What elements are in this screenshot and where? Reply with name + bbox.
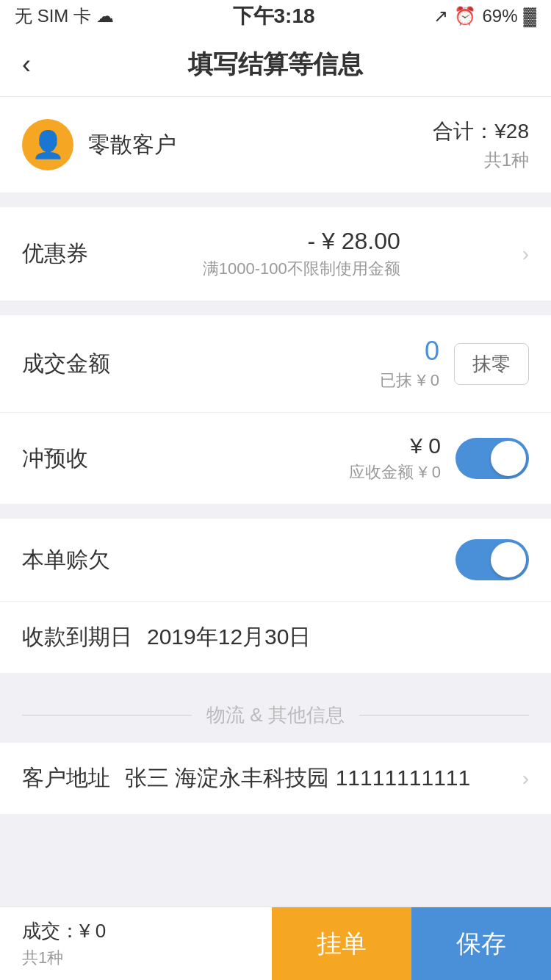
bottom-transaction-value: ¥ 0 bbox=[79, 920, 106, 942]
prepay-right: ¥ 0 应收金额 ¥ 0 bbox=[349, 433, 529, 483]
debt-label: 本单赊欠 bbox=[22, 545, 110, 575]
total-amount: 合计：¥28 bbox=[433, 118, 529, 145]
duedate-row: 收款到期日 2019年12月30日 bbox=[0, 602, 551, 673]
transaction-sub: 已抹 ¥ 0 bbox=[380, 370, 439, 392]
coupon-arrow-icon: › bbox=[522, 242, 529, 266]
logistics-label: 物流 & 其他信息 bbox=[206, 702, 345, 728]
address-value: 张三 海淀永丰科技园 11111111111 bbox=[125, 763, 522, 793]
main-content: 👤 零散客户 合计：¥28 共1种 优惠券 - ¥ 28.00 满1000-10… bbox=[0, 97, 551, 976]
transaction-value-wrap: 0 已抹 ¥ 0 bbox=[380, 336, 439, 392]
customer-name: 零散客户 bbox=[88, 130, 176, 160]
coupon-value-right: - ¥ 28.00 满1000-100不限制使用金额 bbox=[203, 228, 400, 280]
customer-left: 👤 零散客户 bbox=[22, 119, 176, 170]
status-right: ↗ ⏰ 69% ▓ bbox=[433, 6, 536, 26]
sim-status: 无 SIM 卡 ☁ bbox=[15, 4, 114, 28]
prepay-row: 冲预收 ¥ 0 应收金额 ¥ 0 bbox=[0, 413, 551, 504]
debt-toggle[interactable] bbox=[455, 539, 529, 580]
hold-button[interactable]: 挂单 bbox=[272, 907, 411, 980]
prepay-label: 冲预收 bbox=[22, 444, 88, 474]
address-label: 客户地址 bbox=[22, 763, 110, 793]
avatar-icon: 👤 bbox=[32, 129, 65, 160]
debt-toggle-knob bbox=[491, 542, 526, 577]
page-title: 填写结算等信息 bbox=[188, 48, 363, 82]
transaction-right: 0 已抹 ¥ 0 抹零 bbox=[380, 336, 529, 392]
coupon-label: 优惠券 bbox=[22, 239, 88, 269]
toggle-knob bbox=[491, 441, 526, 476]
duedate-value[interactable]: 2019年12月30日 bbox=[147, 622, 311, 652]
status-left: 无 SIM 卡 ☁ bbox=[15, 4, 114, 28]
customer-right: 合计：¥28 共1种 bbox=[433, 118, 529, 172]
address-section: 客户地址 张三 海淀永丰科技园 11111111111 › bbox=[0, 743, 551, 814]
debt-section: 本单赊欠 收款到期日 2019年12月30日 bbox=[0, 519, 551, 673]
battery-icon: ▓ bbox=[523, 6, 536, 26]
bottom-transaction-prefix: 成交： bbox=[22, 920, 79, 942]
back-button[interactable]: ‹ bbox=[22, 49, 31, 80]
bottom-count: 共1种 bbox=[22, 947, 250, 969]
bottom-info: 成交：¥ 0 共1种 bbox=[0, 907, 272, 980]
nav-bar: ‹ 填写结算等信息 bbox=[0, 32, 551, 97]
status-bar: 无 SIM 卡 ☁ 下午3:18 ↗ ⏰ 69% ▓ bbox=[0, 0, 551, 32]
address-arrow-icon: › bbox=[522, 767, 529, 790]
prepay-sub: 应收金额 ¥ 0 bbox=[349, 461, 441, 483]
address-row[interactable]: 客户地址 张三 海淀永丰科技园 11111111111 › bbox=[0, 743, 551, 814]
customer-section: 👤 零散客户 合计：¥28 共1种 bbox=[0, 97, 551, 192]
avatar: 👤 bbox=[22, 119, 73, 170]
coupon-amount: - ¥ 28.00 bbox=[308, 228, 400, 255]
bottom-transaction-label: 成交：¥ 0 bbox=[22, 918, 250, 944]
transaction-label: 成交金额 bbox=[22, 349, 110, 379]
status-time: 下午3:18 bbox=[233, 2, 315, 30]
battery-level: 69% bbox=[482, 6, 517, 26]
prepay-value-wrap: ¥ 0 应收金额 ¥ 0 bbox=[349, 433, 441, 483]
debt-row: 本单赊欠 bbox=[0, 519, 551, 602]
transaction-row: 成交金额 0 已抹 ¥ 0 抹零 bbox=[0, 315, 551, 413]
save-button[interactable]: 保存 bbox=[411, 907, 551, 980]
coupon-section: 优惠券 - ¥ 28.00 满1000-100不限制使用金额 › bbox=[0, 207, 551, 300]
prepay-toggle[interactable] bbox=[455, 438, 529, 479]
alarm-icon: ⏰ bbox=[454, 6, 476, 26]
coupon-row[interactable]: 优惠券 - ¥ 28.00 满1000-100不限制使用金额 › bbox=[0, 207, 551, 300]
total-count: 共1种 bbox=[433, 148, 529, 172]
prepay-amount: ¥ 0 bbox=[349, 433, 441, 458]
coupon-desc: 满1000-100不限制使用金额 bbox=[203, 258, 400, 280]
customer-row: 👤 零散客户 合计：¥28 共1种 bbox=[0, 97, 551, 192]
transaction-value: 0 bbox=[380, 336, 439, 367]
transaction-section: 成交金额 0 已抹 ¥ 0 抹零 冲预收 ¥ 0 应收金额 ¥ 0 bbox=[0, 315, 551, 504]
duedate-label: 收款到期日 bbox=[22, 622, 132, 652]
logistics-divider: 物流 & 其他信息 bbox=[0, 688, 551, 743]
bottom-bar: 成交：¥ 0 共1种 挂单 保存 bbox=[0, 907, 551, 980]
round-zero-button[interactable]: 抹零 bbox=[454, 343, 529, 385]
location-icon: ↗ bbox=[433, 6, 448, 26]
